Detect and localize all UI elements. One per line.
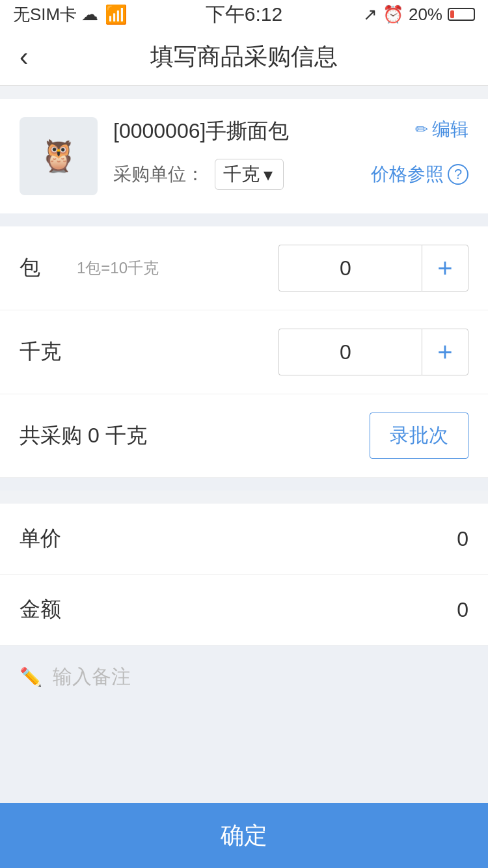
unit-value: 千克 [223, 162, 260, 187]
edit-icon: ✏ [415, 120, 428, 139]
kg-input-row: 千克 + [0, 310, 488, 394]
total-section: 共采购 0 千克 录批次 [0, 394, 488, 478]
input-section: 包 1包=10千克 + 千克 + [0, 226, 488, 394]
help-icon: ? [448, 164, 468, 185]
package-sub-label: 1包=10千克 [77, 258, 159, 278]
section-divider-1 [0, 213, 488, 226]
price-ref-label: 价格参照 [371, 162, 444, 187]
kg-input-wrapper: + [278, 329, 468, 375]
status-left: 无SIM卡 ☁ 📶 [13, 3, 128, 26]
note-placeholder: 输入备注 [53, 664, 131, 690]
package-input-wrapper: + [278, 245, 468, 292]
amount-label: 金额 [20, 595, 61, 624]
amount-row: 金额 0 [0, 575, 488, 645]
battery-percent: 20% [409, 5, 442, 25]
status-right: ↗ ⏰ 20% [363, 5, 475, 25]
price-section: 单价 0 金额 0 [0, 504, 488, 645]
edit-button[interactable]: ✏ 编辑 [415, 117, 468, 142]
product-info: [0000006]手撕面包 ✏ 编辑 采购单位： 千克 ▾ 价格参照 ? [113, 117, 468, 190]
package-plus-button[interactable]: + [422, 245, 468, 292]
edit-label: 编辑 [432, 117, 468, 142]
location-icon: ↗ [363, 5, 377, 25]
status-bar: 无SIM卡 ☁ 📶 下午6:12 ↗ ⏰ 20% [0, 0, 488, 29]
product-header: [0000006]手撕面包 ✏ 编辑 [113, 117, 468, 146]
unit-price-label: 单价 [20, 524, 61, 553]
total-amount-value: 0 [88, 424, 100, 447]
section-divider-2 [0, 478, 488, 491]
back-button[interactable]: ‹ [20, 42, 28, 72]
alarm-icon: ⏰ [383, 5, 403, 25]
unit-price-row: 单价 0 [0, 504, 488, 575]
confirm-button-label: 确定 [221, 820, 267, 852]
product-logo: 🦉 [39, 138, 78, 174]
dropdown-arrow: ▾ [264, 164, 273, 185]
wifi-icon: 📶 [105, 4, 128, 25]
page-title: 填写商品采购信息 [150, 41, 338, 73]
unit-price-value: 0 [457, 527, 468, 551]
kg-label: 千克 [20, 338, 72, 366]
kg-input[interactable] [278, 329, 422, 375]
status-time: 下午6:12 [206, 1, 282, 28]
pencil-icon: ✏️ [20, 666, 42, 688]
product-card: 🦉 [0000006]手撕面包 ✏ 编辑 采购单位： 千克 ▾ 价格参照 ? [0, 99, 488, 213]
sim-label: 无SIM卡 ☁ [13, 3, 98, 26]
note-section[interactable]: ✏️ 输入备注 [0, 645, 488, 709]
product-unit-row: 采购单位： 千克 ▾ 价格参照 ? [113, 159, 468, 190]
total-unit-value: 千克 [105, 424, 147, 447]
kg-plus-button[interactable]: + [422, 329, 468, 375]
batch-button[interactable]: 录批次 [370, 413, 468, 459]
unit-selector[interactable]: 千克 ▾ [215, 159, 284, 190]
package-input-row: 包 1包=10千克 + [0, 226, 488, 310]
total-label: 共采购 [20, 424, 82, 447]
product-image: 🦉 [20, 117, 98, 195]
unit-label: 采购单位： [113, 162, 204, 187]
total-text: 共采购 0 千克 [20, 422, 147, 450]
product-name: [0000006]手撕面包 [113, 117, 289, 146]
nav-bar: ‹ 填写商品采购信息 [0, 29, 488, 86]
package-label: 包 [20, 254, 72, 282]
package-input[interactable] [278, 245, 422, 292]
amount-value: 0 [457, 598, 468, 622]
battery-icon [448, 8, 475, 21]
price-reference-button[interactable]: 价格参照 ? [371, 162, 468, 187]
confirm-button[interactable]: 确定 [0, 803, 488, 868]
